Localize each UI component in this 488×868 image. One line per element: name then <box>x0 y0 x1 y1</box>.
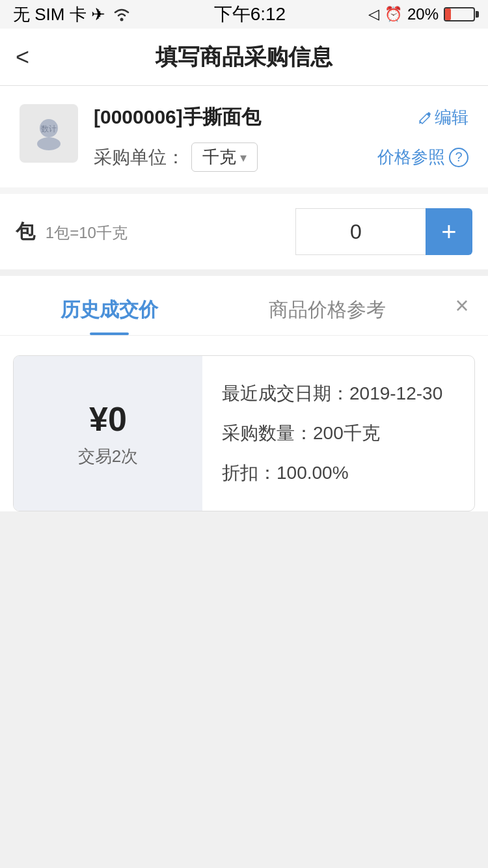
divider <box>0 187 488 194</box>
edit-button[interactable]: 编辑 <box>418 106 468 129</box>
svg-point-2 <box>37 137 61 150</box>
back-button[interactable]: < <box>16 44 29 71</box>
tabs-close-button[interactable]: × <box>436 292 488 326</box>
quantity-section: 包 1包=10千克 + <box>0 194 488 269</box>
nav-bar: < 填写商品采购信息 <box>0 29 488 86</box>
unit-select[interactable]: 千克 ▾ <box>191 142 258 172</box>
qty-label-text: 采购数量： <box>222 423 313 443</box>
discount-value: 100.00% <box>277 463 349 483</box>
package-sub: 1包=10千克 <box>46 224 128 241</box>
price-reference-button[interactable]: 价格参照 ? <box>377 146 468 169</box>
battery-icon <box>444 7 475 21</box>
product-name: [0000006]手撕面包 <box>94 104 261 131</box>
transaction-left: ¥0 交易2次 <box>14 356 202 511</box>
alarm-icon: ⏰ <box>385 6 402 23</box>
unit-left: 采购单位： 千克 ▾ <box>94 142 258 172</box>
quantity-input-group: + <box>295 208 472 255</box>
transaction-card: ¥0 交易2次 最近成交日期：2019-12-30 采购数量：200千克 折扣：… <box>13 355 475 511</box>
battery-percent: 20% <box>407 5 439 23</box>
transaction-quantity: 采购数量：200千克 <box>222 419 455 448</box>
transaction-price: ¥0 <box>89 400 127 439</box>
unit-label: 采购单位： <box>94 145 185 170</box>
quantity-input[interactable] <box>295 208 426 255</box>
status-right: ◁ ⏰ 20% <box>368 5 475 23</box>
discount-label: 折扣： <box>222 463 277 483</box>
location-icon: ◁ <box>368 6 379 23</box>
product-thumbnail: 数计 <box>20 104 78 163</box>
product-info: [0000006]手撕面包 编辑 采购单位： 千克 ▾ 价格参照 ? <box>94 104 468 172</box>
dropdown-arrow-icon: ▾ <box>240 150 247 165</box>
wifi-icon <box>112 7 131 21</box>
edit-label[interactable]: 编辑 <box>435 106 468 129</box>
date-label: 最近成交日期： <box>222 383 349 403</box>
status-bar: 无 SIM 卡 ✈ 下午6:12 ◁ ⏰ 20% <box>0 0 488 29</box>
tabs-header: 历史成交价 商品价格参考 × <box>0 276 488 336</box>
product-card: 数计 [0000006]手撕面包 编辑 采购单位： 千克 ▾ <box>0 86 488 187</box>
status-time: 下午6:12 <box>214 2 286 27</box>
price-ref-label: 价格参照 <box>377 146 445 169</box>
qty-value-text: 200千克 <box>313 423 380 443</box>
product-image-icon: 数计 <box>29 114 68 153</box>
page-title: 填写商品采购信息 <box>156 42 332 72</box>
transaction-count: 交易2次 <box>78 445 138 468</box>
help-icon: ? <box>449 148 468 167</box>
svg-point-0 <box>120 18 123 21</box>
sim-label: 无 SIM 卡 ✈ <box>13 3 105 26</box>
tabs-section: 历史成交价 商品价格参考 × ¥0 交易2次 最近成交日期：2019-12-30… <box>0 276 488 511</box>
quantity-label: 包 1包=10千克 <box>16 219 128 245</box>
quantity-plus-button[interactable]: + <box>426 208 472 255</box>
unit-value: 千克 <box>202 146 236 169</box>
date-value: 2019-12-30 <box>349 383 442 403</box>
package-label: 包 <box>16 221 35 242</box>
svg-text:数计: 数计 <box>41 124 57 133</box>
tab-price-reference[interactable]: 商品价格参考 <box>218 282 436 335</box>
transaction-date: 最近成交日期：2019-12-30 <box>222 379 455 409</box>
status-left: 无 SIM 卡 ✈ <box>13 3 131 26</box>
transaction-right: 最近成交日期：2019-12-30 采购数量：200千克 折扣：100.00% <box>202 356 474 511</box>
content-area <box>0 531 488 868</box>
edit-icon <box>418 111 432 125</box>
tab-history-price[interactable]: 历史成交价 <box>0 282 218 335</box>
transaction-discount: 折扣：100.00% <box>222 459 455 488</box>
